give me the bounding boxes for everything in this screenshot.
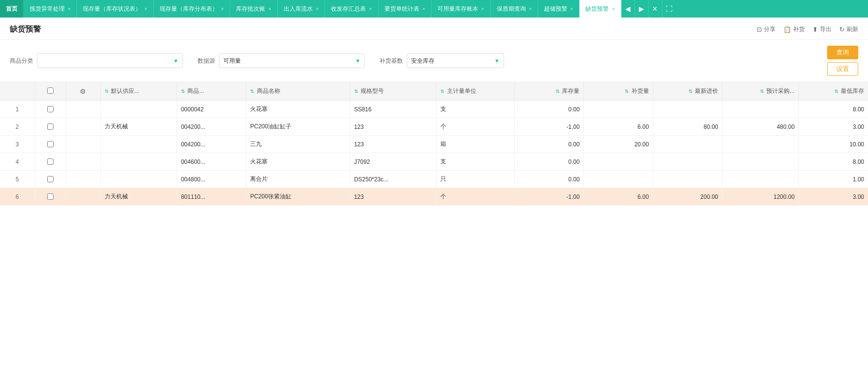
row-checkbox[interactable] (47, 123, 54, 130)
cell-spec: 123 (350, 136, 436, 153)
table-header-row: ⚙ ⇅ 默认供应... ⇅ 商品... ⇅ 商品名称 ⇅ (0, 82, 868, 101)
tab-inventory-status[interactable]: 现存量（库存状况表） × (77, 0, 153, 18)
tab-expand-button[interactable]: ⛶ (662, 0, 676, 18)
tab-shortage[interactable]: 缺货预警 × (579, 0, 621, 18)
export-button[interactable]: ⬆ 导出 (813, 25, 832, 34)
cell-supplier (100, 101, 177, 118)
table-row: 1 0000042 火花塞 SS816 支 0.00 8.00 (0, 101, 868, 118)
row-checkbox[interactable] (47, 194, 54, 200)
tab-exception-close[interactable]: × (68, 6, 71, 12)
cell-index: 4 (0, 153, 35, 171)
col-header-price[interactable]: ⇅ 最新进价 (653, 82, 722, 101)
cell-checkbox (35, 188, 66, 206)
tab-expiry-query-close[interactable]: × (529, 6, 532, 12)
cell-replenish: 20.00 (584, 136, 653, 153)
filter-category-group: 商品分类 ▼ (10, 53, 183, 68)
cell-stock: 0.00 (515, 101, 584, 118)
cell-unit: 支 (436, 153, 515, 171)
export-label: 导出 (820, 25, 832, 34)
refresh-button[interactable]: ↻ 刷新 (839, 25, 858, 34)
cell-supplier (100, 153, 177, 171)
row-checkbox[interactable] (47, 158, 54, 165)
filter-replenish-select[interactable]: 安全库存 ▼ (407, 53, 504, 68)
tab-inventory-dist-close[interactable]: × (221, 6, 224, 12)
cell-code: 004600... (177, 153, 246, 171)
col-header-code[interactable]: ⇅ 商品... (177, 82, 246, 101)
cell-replenish (584, 153, 653, 171)
col-header-minstock[interactable]: ⇅ 最低库存 (799, 82, 868, 101)
tab-order-stats-close[interactable]: × (422, 6, 425, 12)
col-header-name[interactable]: ⇅ 商品名称 (246, 82, 350, 101)
col-header-spec[interactable]: ⇅ 规格型号 (350, 82, 436, 101)
cell-settings (66, 153, 100, 171)
col-header-replenish[interactable]: ⇅ 补货量 (584, 82, 653, 101)
tab-exception[interactable]: 拣货异常处理 × (24, 0, 77, 18)
cell-checkbox (35, 136, 66, 153)
tab-batch-account-label: 库存批次账 (236, 5, 265, 13)
refresh-label: 刷新 (847, 25, 858, 34)
select-all-checkbox[interactable] (47, 88, 54, 94)
share-label: 分享 (764, 25, 776, 34)
query-button[interactable]: 查询 (827, 46, 858, 59)
cell-supplier (100, 171, 177, 188)
sort-supplier-icon: ⇅ (105, 88, 108, 94)
cell-price: 200.00 (653, 188, 722, 206)
col-header-supplier[interactable]: ⇅ 默认供应... (100, 82, 177, 101)
cell-name: 火花塞 (246, 101, 350, 118)
filter-category-select[interactable]: ▼ (37, 53, 183, 68)
cell-index: 3 (0, 136, 35, 153)
cell-replenish (584, 101, 653, 118)
tab-inout-flow-close[interactable]: × (316, 6, 319, 12)
tab-prev-button[interactable]: ◀ (621, 0, 635, 18)
table-row: 2 力天机械 004200... PC200油缸缸子 123 个 -1.00 6… (0, 118, 868, 136)
row-checkbox[interactable] (47, 106, 54, 112)
tab-collect-summary-close[interactable]: × (369, 6, 372, 12)
tab-inventory-dist[interactable]: 现存量（库存分布表） × (154, 0, 230, 18)
table-settings-icon[interactable]: ⚙ (80, 88, 86, 95)
tab-expiry-query[interactable]: 保质期查询 × (491, 0, 538, 18)
tab-batch-account[interactable]: 库存批次账 × (230, 0, 277, 18)
replenish-button[interactable]: 📋 补货 (783, 25, 805, 34)
tab-close-all-button[interactable]: ✕ (649, 0, 662, 18)
cell-unit: 支 (436, 101, 515, 118)
tab-order-stats[interactable]: 要货单统计表 × (379, 0, 432, 18)
filter-replenish-group: 补货基数 安全库存 ▼ (380, 53, 504, 68)
refresh-icon: ↻ (839, 26, 845, 33)
tab-inout-flow[interactable]: 出入库流水 × (278, 0, 325, 18)
tab-inventory-status-close[interactable]: × (144, 6, 147, 12)
tab-available-ledger[interactable]: 可用量库存账本 × (432, 0, 490, 18)
row-checkbox[interactable] (47, 176, 54, 182)
filter-replenish-arrow: ▼ (494, 58, 500, 64)
table-row: 5 004800... 离合片 DS250*23c... 只 0.00 1.00 (0, 171, 868, 188)
tab-next-button[interactable]: ▶ (635, 0, 649, 18)
table-container: ⚙ ⇅ 默认供应... ⇅ 商品... ⇅ 商品名称 ⇅ (0, 82, 868, 206)
tab-batch-account-close[interactable]: × (268, 6, 271, 12)
table-row: 4 004600... 火花塞 J7092 支 0.00 8.00 (0, 153, 868, 171)
tab-overstock[interactable]: 超储预警 × (538, 0, 579, 18)
col-header-unit[interactable]: ⇅ 主计量单位 (436, 82, 515, 101)
col-code-label: 商品... (187, 88, 204, 94)
share-button[interactable]: ⊡ 分享 (757, 25, 776, 34)
cell-purchase: 480.00 (723, 118, 799, 136)
tab-shortage-label: 缺货预警 (585, 5, 609, 13)
col-header-purchase[interactable]: ⇅ 预计采购... (723, 82, 799, 101)
tab-shortage-close[interactable]: × (612, 6, 615, 12)
tab-home[interactable]: 首页 (0, 0, 24, 18)
cell-price (653, 136, 722, 153)
cell-settings (66, 136, 100, 153)
filter-datasource-value: 可用量 (223, 57, 241, 65)
cell-price (653, 101, 722, 118)
cell-settings (66, 171, 100, 188)
row-checkbox[interactable] (47, 141, 54, 147)
filter-datasource-select[interactable]: 可用量 ▼ (219, 53, 365, 68)
main-content: 缺货预警 ⊡ 分享 📋 补货 ⬆ 导出 ↻ 刷新 商品分类 (0, 18, 868, 387)
tab-collect-summary[interactable]: 收发存汇总表 × (325, 0, 378, 18)
settings-button[interactable]: 设置 (827, 62, 858, 76)
cell-price: 80.00 (653, 118, 722, 136)
cell-spec: J7092 (350, 153, 436, 171)
tab-overstock-close[interactable]: × (570, 6, 573, 12)
col-header-stock[interactable]: ⇅ 库存量 (515, 82, 584, 101)
cell-minstock: 3.00 (799, 118, 868, 136)
tab-available-ledger-close[interactable]: × (481, 6, 484, 12)
tab-overstock-label: 超储预警 (544, 5, 567, 13)
